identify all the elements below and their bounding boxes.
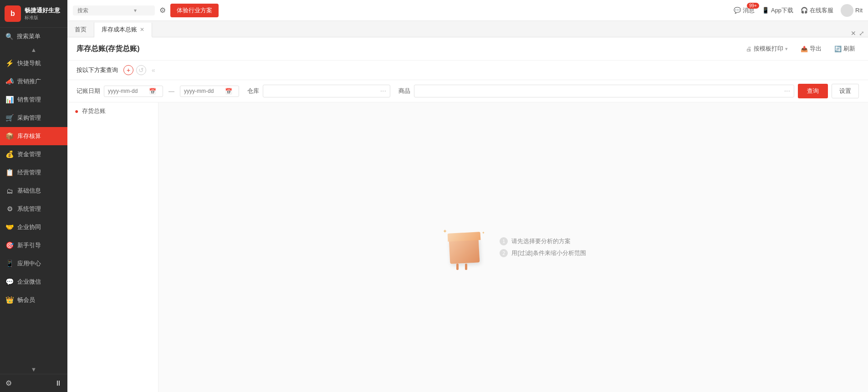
online-consult-item[interactable]: 🎧 在线客服 [801, 6, 833, 15]
date-separator: — [168, 88, 174, 95]
message-item[interactable]: 💬 消息 99+ [734, 6, 755, 15]
header-gear-icon[interactable]: ⚙ [159, 6, 166, 15]
right-area: ✦ ✦ 1 请先选择要分析的方案 2 用[过滤]条件来缩小分析范围 [158, 102, 868, 392]
tab-close-panel-icon[interactable]: ✕ [851, 30, 856, 37]
appcenter-icon: 📱 [5, 260, 14, 268]
setting-button[interactable]: 设置 [832, 84, 859, 98]
wechat-icon: 💬 [5, 278, 14, 286]
inventory-icon: 📦 [5, 132, 14, 140]
scroll-up-button[interactable]: ▲ [0, 45, 67, 54]
box-leg-right [465, 264, 467, 270]
sidebar-item-newguide[interactable]: 🎯 新手引导 [0, 236, 67, 255]
date-to-field[interactable] [184, 88, 225, 94]
logo-text: 畅捷通好生意 标准版 [25, 6, 60, 21]
filter-row: 记账日期 📅 — 📅 仓库 ··· 商品 ··· [67, 80, 868, 102]
header-search-area: ▾ ⚙ 体验行业方案 [73, 4, 734, 17]
refresh-button[interactable]: 🔄 刷新 [831, 43, 859, 55]
sidebar-item-wechat[interactable]: 💬 企业微信 [0, 273, 67, 291]
warehouse-more-icon[interactable]: ··· [380, 87, 386, 95]
filter-bar: 按以下方案查询 + ↺ « [67, 61, 868, 80]
page-title: 库存总账(存货总账) [77, 44, 742, 54]
filter-reset-button[interactable]: ↺ [136, 65, 146, 75]
page-header: 库存总账(存货总账) 🖨 按模板打印 ▾ 📤 导出 🔄 刷新 [67, 37, 868, 61]
newguide-icon: 🎯 [5, 241, 14, 249]
filter-add-button[interactable]: + [123, 65, 133, 75]
settings-icon[interactable]: ⚙ [5, 379, 12, 387]
sidebar-item-sales[interactable]: 📊 销售管理 [0, 91, 67, 109]
product-select[interactable]: ··· [414, 85, 794, 97]
phone-icon: 📱 [762, 7, 769, 14]
collapse-sidebar-icon[interactable]: ⏸ [55, 379, 62, 387]
trial-button[interactable]: 体验行业方案 [170, 4, 219, 17]
date-from-field[interactable] [108, 88, 149, 94]
export-button[interactable]: 📤 导出 [797, 43, 825, 55]
enterprise-icon: 🤝 [5, 223, 14, 231]
page-content: 库存总账(存货总账) 🖨 按模板打印 ▾ 📤 导出 🔄 刷新 按以下方案查 [67, 37, 868, 392]
page-header-actions: 🖨 按模板打印 ▾ 📤 导出 🔄 刷新 [742, 43, 859, 55]
date-from-input[interactable]: 📅 [104, 86, 163, 97]
date-to-input[interactable]: 📅 [180, 86, 239, 97]
app-download-item[interactable]: 📱 App下载 [762, 6, 793, 15]
sidebar-item-basic[interactable]: 🗂 基础信息 [0, 182, 67, 200]
content-area: ● 存货总账 [67, 102, 868, 392]
logo-icon: b [5, 5, 21, 22]
filter-actions: 查询 设置 [798, 84, 859, 98]
scroll-down-button[interactable]: ▼ [0, 365, 67, 374]
user-area[interactable]: Rit [841, 4, 863, 17]
sidebar-item-purchase[interactable]: 🛒 采购管理 [0, 109, 67, 127]
box-lid [448, 232, 481, 242]
tab-close-icon[interactable]: ✕ [140, 26, 144, 33]
calendar-to-icon[interactable]: 📅 [225, 88, 232, 95]
finance-icon: 💰 [5, 150, 14, 158]
empty-state-text: 1 请先选择要分析的方案 2 用[过滤]条件来缩小分析范围 [500, 237, 586, 257]
chevron-down-icon[interactable]: ▾ [134, 7, 137, 14]
member-icon: 👑 [5, 296, 14, 304]
top-header: ▾ ⚙ 体验行业方案 💬 消息 99+ 📱 App下载 🎧 在线客服 Rit [67, 0, 868, 21]
message-icon: 💬 [734, 7, 741, 14]
tab-expand-icon[interactable]: ⤢ [859, 30, 864, 37]
sidebar-item-marketing[interactable]: 📣 营销推广 [0, 72, 67, 91]
search-menu-item[interactable]: 🔍 搜索菜单 [0, 28, 67, 45]
calendar-from-icon[interactable]: 📅 [149, 88, 156, 95]
filter-collapse-icon[interactable]: « [152, 66, 155, 74]
tabs-bar: 首页 库存成本总账 ✕ ✕ ⤢ [67, 21, 868, 37]
hint-1-num: 1 [500, 237, 508, 245]
sidebar-item-operation[interactable]: 📋 经营管理 [0, 163, 67, 182]
print-template-button[interactable]: 🖨 按模板打印 ▾ [742, 43, 791, 55]
message-badge: 99+ [747, 3, 759, 9]
sidebar-item-quick-nav[interactable]: ⚡ 快捷导航 [0, 54, 67, 72]
header-search-input[interactable] [77, 7, 132, 14]
sidebar-item-enterprise[interactable]: 🤝 企业协同 [0, 218, 67, 236]
box-leg-left [456, 264, 459, 270]
export-icon: 📤 [801, 46, 808, 52]
search-icon: 🔍 [5, 33, 13, 40]
warehouse-select[interactable]: ··· [263, 85, 390, 97]
header-right: 💬 消息 99+ 📱 App下载 🎧 在线客服 Rit [734, 4, 863, 17]
sidebar-item-finance[interactable]: 💰 资金管理 [0, 145, 67, 163]
sidebar-nav: ⚡ 快捷导航 📣 营销推广 📊 销售管理 🛒 采购管理 📦 库存核算 💰 资金管… [0, 54, 67, 365]
basic-icon: 🗂 [5, 187, 14, 195]
sidebar-item-system[interactable]: ⚙ 系统管理 [0, 200, 67, 218]
sidebar-item-member[interactable]: 👑 畅会员 [0, 291, 67, 309]
system-icon: ⚙ [5, 205, 14, 213]
hint-2: 2 用[过滤]条件来缩小分析范围 [500, 249, 586, 257]
warehouse-label: 仓库 [247, 87, 259, 95]
user-avatar [841, 4, 853, 17]
sidebar-item-inventory[interactable]: 📦 库存核算 [0, 127, 67, 145]
header-search-box[interactable]: ▾ [73, 5, 155, 15]
user-name: Rit [855, 7, 863, 14]
date-field-label: 记账日期 [77, 87, 100, 95]
hint-2-num: 2 [500, 249, 508, 257]
tab-home[interactable]: 首页 [67, 22, 94, 37]
box-legs [456, 264, 467, 270]
operation-icon: 📋 [5, 168, 14, 177]
empty-illustration: ✦ ✦ [440, 224, 486, 270]
sidebar-item-appcenter[interactable]: 📱 应用中心 [0, 255, 67, 273]
filter-label: 按以下方案查询 [77, 66, 118, 74]
main-area: ▾ ⚙ 体验行业方案 💬 消息 99+ 📱 App下载 🎧 在线客服 Rit [67, 0, 868, 392]
left-panel-item-inventory[interactable]: ● 存货总账 [67, 102, 158, 120]
query-button[interactable]: 查询 [798, 84, 828, 98]
tab-inventory-cost[interactable]: 库存成本总账 ✕ [94, 23, 152, 37]
product-more-icon[interactable]: ··· [784, 87, 790, 95]
sales-icon: 📊 [5, 96, 14, 104]
